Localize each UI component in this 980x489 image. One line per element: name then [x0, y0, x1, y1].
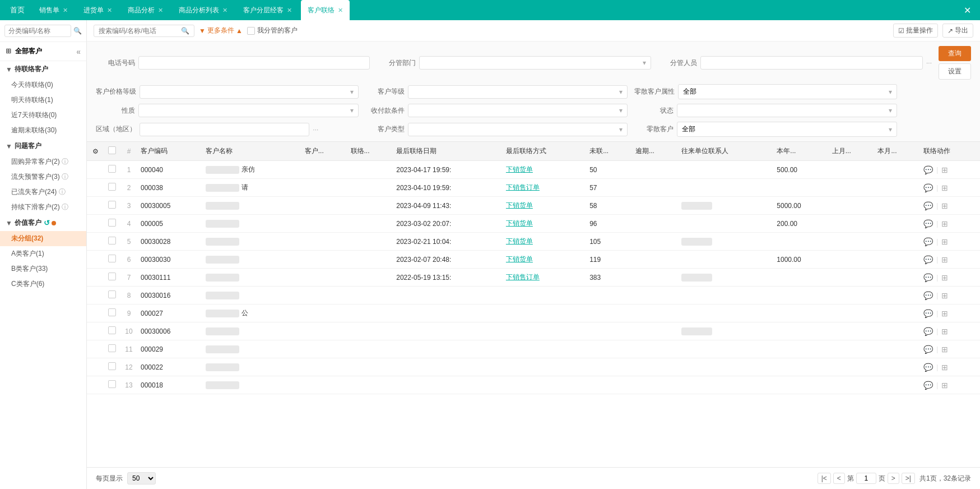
row-check-7[interactable]	[104, 287, 120, 305]
chat-icon-8[interactable]: 💬	[923, 309, 933, 318]
method-link-2[interactable]: 下销货单	[506, 201, 533, 209]
row-check-6[interactable]	[104, 269, 120, 287]
sidebar-item-unclassified[interactable]: 未分组(32)	[0, 231, 86, 246]
nav-tab-product-list[interactable]: 商品分析列表 ✕	[172, 0, 234, 20]
sidebar-item-class-c[interactable]: C类客户(6)	[0, 276, 86, 292]
row-last-method-2[interactable]: 下销货单	[503, 197, 586, 215]
row-check-5[interactable]	[104, 251, 120, 269]
row-last-method-5[interactable]: 下销货单	[503, 251, 586, 269]
sidebar-item-7day-pending[interactable]: 近7天待联络(0)	[0, 108, 86, 123]
method-link-4[interactable]: 下销货单	[506, 237, 533, 245]
row-checkbox-1[interactable]	[108, 183, 116, 191]
chat-icon-4[interactable]: 💬	[923, 237, 933, 246]
status-select[interactable]: ▾	[677, 104, 897, 117]
sidebar-group-problem[interactable]: ▼ 问题客户	[0, 138, 86, 154]
row-checkbox-7[interactable]	[108, 290, 116, 298]
sidebar-item-class-b[interactable]: B类客户(33)	[0, 261, 86, 276]
grid-action-icon-8[interactable]: ⊞	[941, 309, 948, 318]
row-check-11[interactable]	[104, 358, 120, 376]
sidebar-collapse-icon[interactable]: «	[76, 47, 81, 56]
close-tab-sales[interactable]: ✕	[63, 7, 68, 14]
row-checkbox-8[interactable]	[108, 308, 116, 316]
next-page-btn[interactable]: >	[888, 473, 899, 484]
row-check-0[interactable]	[104, 161, 120, 179]
row-check-8[interactable]	[104, 305, 120, 322]
row-checkbox-2[interactable]	[108, 201, 116, 209]
grid-action-icon-9[interactable]: ⊞	[941, 327, 948, 336]
chat-icon-12[interactable]: 💬	[923, 381, 933, 390]
nav-tab-product-analysis[interactable]: 商品分析 ✕	[121, 0, 170, 20]
row-last-method-0[interactable]: 下销货单	[503, 161, 586, 179]
region-input[interactable]	[140, 123, 309, 136]
method-link-0[interactable]: 下销货单	[506, 165, 533, 173]
retail-attr-select[interactable]: 全部 ▾	[678, 84, 897, 99]
region-more-icon[interactable]: ···	[313, 126, 318, 133]
customer-level-select[interactable]: ▾	[408, 85, 628, 99]
row-check-12[interactable]	[104, 376, 120, 394]
chat-icon-5[interactable]: 💬	[923, 255, 933, 264]
chat-icon-2[interactable]: 💬	[923, 201, 933, 210]
window-close-btn[interactable]: ✕	[959, 5, 976, 16]
chat-icon-0[interactable]: 💬	[923, 165, 933, 174]
refresh-icon[interactable]: ↺	[44, 219, 50, 227]
row-checkbox-10[interactable]	[108, 344, 116, 352]
grid-action-icon-10[interactable]: ⊞	[941, 345, 948, 354]
nav-tab-sales[interactable]: 销售单 ✕	[32, 0, 75, 20]
col-settings[interactable]: ⚙	[87, 142, 104, 161]
grid-action-icon-3[interactable]: ⊞	[941, 219, 948, 228]
row-checkbox-11[interactable]	[108, 362, 116, 370]
row-last-method-4[interactable]: 下销货单	[503, 233, 586, 251]
close-tab-customer-contact[interactable]: ✕	[338, 7, 343, 14]
method-link-3[interactable]: 下销货单	[506, 219, 533, 227]
payment-select[interactable]: ▾	[408, 104, 628, 117]
main-search-input[interactable]	[99, 27, 181, 35]
chat-icon-11[interactable]: 💬	[923, 363, 933, 372]
per-page-select[interactable]: 50 100 200	[127, 472, 156, 485]
row-check-3[interactable]	[104, 215, 120, 233]
sidebar-item-class-a[interactable]: A类客户(1)	[0, 246, 86, 261]
row-checkbox-4[interactable]	[108, 237, 116, 245]
query-btn[interactable]: 查询	[939, 46, 971, 61]
grid-action-icon-6[interactable]: ⊞	[941, 273, 948, 282]
export-btn[interactable]: ↗ 导出	[942, 24, 973, 38]
nav-tab-customer-segment[interactable]: 客户分层经客 ✕	[236, 0, 299, 20]
chat-icon-1[interactable]: 💬	[923, 183, 933, 192]
row-checkbox-9[interactable]	[108, 326, 116, 334]
row-last-method-3[interactable]: 下销货单	[503, 215, 586, 233]
grid-action-icon-4[interactable]: ⊞	[941, 237, 948, 246]
nature-select[interactable]: ▾	[138, 104, 359, 117]
close-tab-product-analysis[interactable]: ✕	[158, 7, 163, 14]
grid-action-icon-2[interactable]: ⊞	[941, 201, 948, 210]
row-check-1[interactable]	[104, 179, 120, 197]
row-check-4[interactable]	[104, 233, 120, 251]
check-all-checkbox[interactable]	[108, 146, 116, 154]
close-tab-purchase[interactable]: ✕	[107, 7, 112, 14]
chat-icon-9[interactable]: 💬	[923, 327, 933, 336]
chat-icon-10[interactable]: 💬	[923, 345, 933, 354]
sidebar-group-value[interactable]: ▼ 价值客户 ↺	[0, 215, 86, 231]
main-search-icon[interactable]: 🔍	[181, 27, 189, 35]
sidebar-item-overdue-pending[interactable]: 逾期未联络(30)	[0, 123, 86, 138]
my-customers-checkbox-area[interactable]: 我分管的客户	[247, 26, 298, 35]
method-link-6[interactable]: 下销售订单	[506, 273, 540, 281]
all-customers-item[interactable]: ⊞ 全部客户 «	[0, 42, 86, 61]
sidebar-item-lost[interactable]: 已流失客户(24) ⓘ	[0, 184, 86, 200]
row-check-10[interactable]	[104, 340, 120, 358]
last-page-btn[interactable]: >|	[902, 473, 915, 484]
reset-btn[interactable]: 设置	[939, 63, 971, 80]
row-checkbox-6[interactable]	[108, 273, 116, 280]
sidebar-item-declining[interactable]: 持续下滑客户(2) ⓘ	[0, 200, 86, 215]
category-search-icon[interactable]: 🔍	[73, 27, 82, 35]
sidebar-group-pending[interactable]: ▼ 待联络客户	[0, 61, 86, 77]
grid-action-icon-11[interactable]: ⊞	[941, 363, 948, 372]
row-check-2[interactable]	[104, 197, 120, 215]
grid-action-icon-0[interactable]: ⊞	[941, 165, 948, 174]
row-checkbox-0[interactable]	[108, 165, 116, 173]
my-customers-checkbox[interactable]	[247, 27, 255, 35]
page-number-input[interactable]	[856, 473, 876, 484]
sidebar-item-tomorrow-pending[interactable]: 明天待联络(1)	[0, 93, 86, 108]
grid-action-icon-1[interactable]: ⊞	[941, 183, 948, 192]
close-tab-product-list[interactable]: ✕	[222, 7, 227, 14]
row-last-method-1[interactable]: 下销售订单	[503, 179, 586, 197]
sidebar-item-churn-warning[interactable]: 流失预警客户(3) ⓘ	[0, 169, 86, 184]
